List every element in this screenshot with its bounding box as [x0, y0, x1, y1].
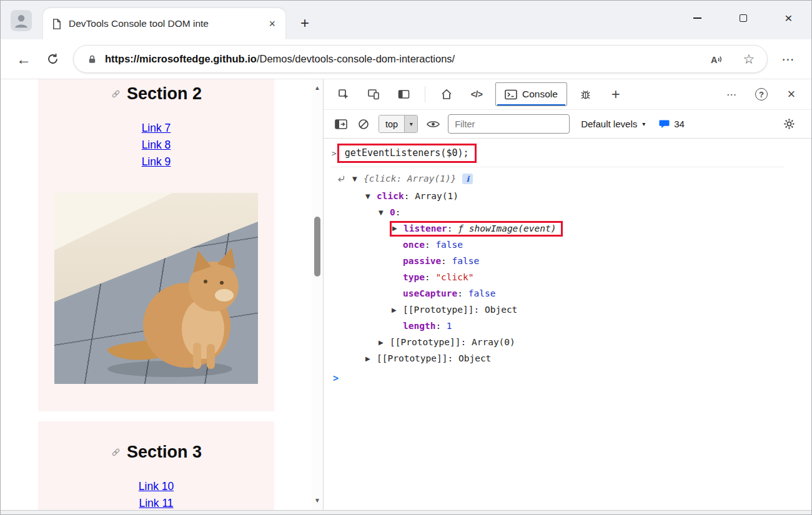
property-value: false [452, 256, 480, 266]
page-link[interactable]: Link 8 [38, 137, 274, 154]
console-tree-row: ▶[[Prototype]]: Object [324, 350, 811, 366]
devtools-panel: </> Console + ⋯ ? × [323, 79, 811, 510]
chat-bubble-icon [659, 119, 670, 129]
chevron-down-icon: ▾ [404, 115, 417, 132]
page-link[interactable]: Link 10 [38, 478, 274, 495]
url-host: https://microsoftedge.github.io [105, 53, 257, 64]
browser-window: DevTools Console tool DOM inte × + × ← h… [0, 0, 812, 515]
tab-console[interactable]: Console [495, 82, 567, 106]
scroll-up-icon[interactable]: ▲ [312, 84, 323, 91]
expander-open-icon[interactable]: ▼ [352, 175, 364, 182]
inspect-icon[interactable] [329, 80, 359, 109]
device-emulation-icon[interactable] [359, 80, 389, 109]
console-tab-label: Console [522, 89, 558, 100]
property-value: "click" [435, 272, 473, 282]
console-sidebar-icon[interactable] [330, 114, 352, 135]
favorite-star-icon[interactable]: ☆ [737, 47, 761, 71]
property-name: listener [404, 223, 447, 233]
property-name: type [403, 272, 425, 282]
console-input-row[interactable]: > [324, 373, 811, 384]
anchor-link-icon[interactable] [111, 447, 121, 458]
context-label: top [379, 115, 404, 132]
link-list: Link 10Link 11Link 12 [38, 478, 274, 510]
svg-text:A: A [710, 54, 716, 64]
expander-closed-icon[interactable]: ▶ [392, 225, 404, 232]
help-question-icon: ? [755, 88, 768, 101]
section-title: Section 3 [127, 443, 202, 462]
url-field[interactable]: https://microsoftedge.github.io/Demos/de… [73, 45, 768, 73]
page-link[interactable]: Link 7 [38, 120, 274, 137]
console-tree-row: ▼click: Array(1) [324, 188, 811, 204]
property-value: false [435, 240, 463, 250]
cat-image [54, 193, 258, 384]
anchor-link-icon[interactable] [111, 89, 121, 99]
console-tree-row: length: 1 [324, 318, 811, 334]
scrollbar-thumb[interactable] [314, 217, 320, 277]
scroll-down-icon[interactable]: ▼ [312, 497, 323, 504]
url-text: https://microsoftedge.github.io/Demos/de… [105, 53, 697, 65]
title-bar: DevTools Console tool DOM inte × + × [1, 1, 811, 39]
page-scrollbar[interactable]: ▲ ▼ [312, 79, 323, 510]
browser-tab[interactable]: DevTools Console tool DOM inte × [43, 8, 285, 39]
red-annotation-box: getEventListeners($0); [337, 144, 477, 163]
expander-open-icon[interactable]: ▼ [379, 209, 390, 216]
console-toolbar: top ▾ Default levels ▾ 34 [324, 110, 811, 139]
settings-more-icon[interactable]: ⋯ [774, 46, 803, 73]
tab-close-icon[interactable]: × [266, 17, 278, 31]
maximize-button[interactable] [720, 1, 766, 36]
console-output: > getEventListeners($0); ▼ {click: Array… [324, 139, 811, 510]
profile-avatar[interactable] [11, 10, 32, 31]
property-name: useCapture [403, 288, 457, 298]
clear-console-icon[interactable] [352, 114, 375, 135]
devtools-more-options-icon[interactable]: ⋯ [716, 80, 746, 109]
live-expression-eye-icon[interactable] [422, 114, 444, 135]
elements-tab-icon[interactable]: </> [462, 80, 492, 109]
window-bottom-edge [1, 510, 811, 514]
message-count-indicator[interactable]: 34 [659, 119, 685, 129]
property-name: length [403, 321, 435, 331]
colon: : [404, 191, 415, 201]
colon: : [447, 223, 458, 233]
webpage: Section 2 Link 7Link 8Link 9 [1, 79, 323, 510]
read-aloud-icon[interactable]: A [705, 47, 729, 71]
result-preview: {click: Array(1)} [364, 174, 456, 184]
refresh-button[interactable] [38, 46, 67, 73]
expander-closed-icon[interactable]: ▶ [392, 307, 403, 313]
webpage-content: Section 2 Link 7Link 8Link 9 [1, 79, 312, 510]
console-prompt-icon: > [333, 373, 339, 384]
section-title: Section 2 [127, 84, 202, 104]
section-heading: Section 3 [38, 443, 274, 462]
javascript-context-selector[interactable]: top ▾ [379, 115, 418, 133]
back-button[interactable]: ← [9, 46, 38, 73]
new-tab-button[interactable]: + [294, 12, 315, 34]
log-levels-dropdown[interactable]: Default levels ▾ [581, 119, 645, 129]
message-count-value: 34 [674, 119, 685, 129]
link-list: Link 7Link 8Link 9 [38, 120, 274, 170]
issues-bug-icon[interactable] [571, 80, 601, 109]
colon: : [425, 240, 435, 250]
welcome-home-icon[interactable] [432, 80, 462, 109]
person-icon [12, 11, 31, 30]
devtools-tab-bar: </> Console + ⋯ ? × [324, 79, 811, 110]
section-heading: Section 2 [38, 84, 274, 104]
colon: : [395, 207, 401, 217]
page-link[interactable]: Link 9 [38, 154, 274, 170]
dock-panel-icon[interactable] [389, 80, 418, 109]
minimize-icon [693, 17, 701, 19]
more-tools-plus-button[interactable]: + [601, 80, 631, 109]
page-link[interactable]: Link 11 [38, 495, 274, 510]
filter-input[interactable] [448, 114, 570, 134]
expander-closed-icon[interactable]: ▶ [379, 339, 390, 346]
devtools-close-icon[interactable]: × [776, 80, 806, 109]
close-button[interactable]: × [766, 1, 811, 36]
console-tree-row: ▶[[Prototype]]: Array(0) [324, 334, 811, 350]
log-levels-label: Default levels [581, 119, 637, 129]
expander-closed-icon[interactable]: ▶ [365, 355, 377, 362]
colon: : [457, 288, 468, 298]
console-result-row: ▼ {click: Array(1)} i [324, 169, 811, 188]
expander-open-icon[interactable]: ▼ [365, 193, 377, 200]
console-settings-gear-icon[interactable] [778, 114, 800, 135]
minimize-button[interactable] [675, 1, 720, 36]
info-icon[interactable]: i [462, 174, 473, 184]
devtools-help-icon[interactable]: ? [746, 80, 776, 109]
